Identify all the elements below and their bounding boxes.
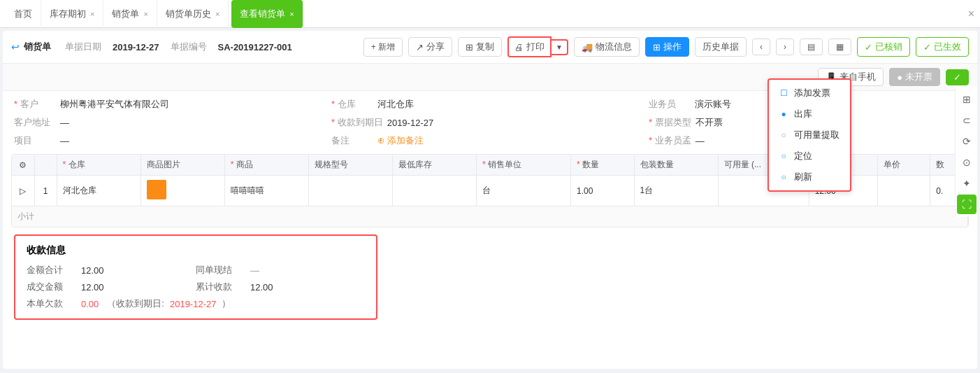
- same-order-value: —: [250, 265, 259, 276]
- grid1-button[interactable]: ▤: [800, 38, 823, 55]
- add-invoice-item[interactable]: ☐ 添加发票: [769, 83, 850, 104]
- new-button[interactable]: + 新增: [363, 38, 403, 57]
- tab-view-sales[interactable]: 查看销货单 ×: [231, 0, 303, 28]
- row-expand: ▷: [12, 176, 34, 206]
- tab-sales[interactable]: 销货单 ×: [103, 0, 157, 28]
- next-button[interactable]: ›: [776, 38, 794, 55]
- quantity-extract-label: 可用量提取: [794, 129, 840, 141]
- operations-icon: ⊞: [653, 42, 661, 52]
- main-content: ↩ 销货单 单据日期 2019-12-27 单据编号 SA-20191227-0…: [3, 31, 977, 369]
- add-invoice-label: 添加发票: [794, 87, 830, 99]
- quantity-extract-item[interactable]: ○ 可用量提取: [769, 125, 850, 146]
- history-button[interactable]: 历史单据: [695, 37, 747, 57]
- history-label: 历史单据: [702, 41, 739, 53]
- share-button[interactable]: ↗ 分享: [408, 37, 452, 57]
- print-button[interactable]: 🖨 打印: [507, 36, 552, 57]
- row-quantity: 1.00: [570, 176, 634, 206]
- col-settings: ⚙: [12, 155, 34, 176]
- share-icon: ↗: [416, 42, 424, 52]
- outbound-item[interactable]: ● 出库: [769, 104, 850, 125]
- doc-type-label: 销货单: [24, 41, 51, 53]
- col-no: [34, 155, 57, 176]
- add-icon: ⊕: [377, 135, 387, 146]
- payment-grid: 金额合计 12.00 同单现结 — 成交金额 12.00 累计收款 12.00 …: [27, 264, 365, 310]
- confirm-button[interactable]: ✓: [946, 69, 969, 85]
- sidebar-person-icon[interactable]: ⊙: [957, 153, 977, 172]
- sidebar-star-icon[interactable]: ✦: [957, 174, 977, 193]
- row-spec: [308, 176, 392, 206]
- locate-label: 定位: [794, 150, 812, 162]
- row-image: [140, 176, 224, 206]
- deal-amount-item: 成交金额 12.00: [27, 281, 196, 293]
- col-unit-price: 单价: [877, 155, 930, 176]
- tab-inventory-label: 库存期初: [50, 8, 86, 20]
- due-date-value: 2019-12-27: [387, 118, 434, 128]
- row-no: 1: [34, 176, 57, 206]
- total-amount-value: 12.00: [81, 265, 104, 276]
- row-product: 嘻嘻嘻嘻: [224, 176, 308, 206]
- prev-button[interactable]: ‹: [752, 38, 770, 55]
- doc-header: ↩ 销货单 单据日期 2019-12-27 单据编号 SA-20191227-0…: [3, 31, 977, 64]
- tab-home[interactable]: 首页: [6, 0, 41, 28]
- doc-type-icon: ↩: [11, 41, 20, 52]
- customer-row: 客户 柳州粤港平安气体有限公司: [14, 98, 331, 111]
- row-pack-qty: 1台: [634, 176, 718, 206]
- col-quantity: 数量: [570, 155, 634, 176]
- tab-view-sales-close[interactable]: ×: [289, 10, 294, 18]
- accumulated-item: 累计收款 12.00: [196, 281, 365, 293]
- staff-label: 业务员: [649, 98, 691, 111]
- deal-amount-label: 成交金额: [27, 281, 75, 293]
- logistics-button[interactable]: 🚚 物流信息: [574, 37, 640, 57]
- col-warehouse: 仓库: [57, 155, 140, 176]
- effective-status: ✓ 已生效: [916, 37, 969, 57]
- col-spec: 规格型号: [308, 155, 392, 176]
- tab-inventory[interactable]: 库存期初 ×: [41, 0, 103, 28]
- payment-title: 收款信息: [27, 244, 365, 257]
- sidebar-sync-icon[interactable]: ⟳: [957, 132, 977, 151]
- effective-label: 已生效: [934, 41, 961, 53]
- refresh-item[interactable]: ○ 刷新: [769, 167, 850, 188]
- not-open-button[interactable]: ● 未开票: [889, 68, 940, 86]
- due-date-note: 2019-12-27: [170, 299, 217, 309]
- note-placeholder: 添加备注: [387, 135, 424, 146]
- date-value: 2019-12-27: [113, 42, 159, 52]
- sidebar-link-icon[interactable]: ⊂: [957, 111, 977, 130]
- number-value: SA-20191227-001: [218, 42, 292, 52]
- tab-view-sales-label: 查看销货单: [240, 8, 285, 20]
- project-label: 项目: [14, 134, 56, 147]
- col-pack-qty: 包装数量: [634, 155, 718, 176]
- tab-sales-history[interactable]: 销货单历史 ×: [157, 0, 229, 28]
- add-note-button[interactable]: ⊕ 添加备注: [377, 134, 424, 147]
- payment-info-box: 收款信息 金额合计 12.00 同单现结 — 成交金额 12.00 累计收款 1…: [14, 234, 377, 320]
- right-sidebar: ⊞ ⊂ ⟳ ⊙ ✦ ⛶: [955, 87, 977, 217]
- operations-dropdown: ☐ 添加发票 ● 出库 ○ 可用量提取 ○ 定位 ○ 刷新: [768, 78, 851, 192]
- print-arrow[interactable]: ▼: [552, 39, 568, 55]
- print-label: 打印: [526, 41, 545, 53]
- sold-label: 已核销: [875, 41, 902, 53]
- col-product: 商品: [224, 155, 308, 176]
- operations-button[interactable]: ⊞ 操作: [645, 37, 689, 57]
- accumulated-label: 累计收款: [196, 281, 245, 293]
- close-window-icon[interactable]: ×: [968, 8, 974, 20]
- tab-inventory-close[interactable]: ×: [90, 10, 94, 18]
- subtotal-row: 小计: [12, 206, 968, 227]
- sidebar-fullscreen-icon[interactable]: ⛶: [957, 195, 977, 214]
- logistics-label: 物流信息: [596, 41, 632, 53]
- total-amount-label: 金额合计: [27, 264, 75, 276]
- tab-sales-close[interactable]: ×: [143, 10, 147, 18]
- locate-item[interactable]: ○ 定位: [769, 146, 850, 167]
- warehouse-label: 仓库: [331, 98, 373, 111]
- grid2-button[interactable]: ▦: [828, 38, 851, 55]
- tab-sales-history-close[interactable]: ×: [215, 10, 219, 18]
- owe-close-bracket: ）: [222, 297, 231, 310]
- note-label: 备注: [331, 134, 373, 147]
- tab-bar: 首页 库存期初 × 销货单 × 销货单历史 × 查看销货单 × ×: [0, 0, 980, 28]
- col-image: 商品图片: [140, 155, 224, 176]
- warehouse-value: 河北仓库: [377, 98, 414, 111]
- current-owe-label: 本单欠款: [27, 297, 75, 310]
- sidebar-copy-icon[interactable]: ⊞: [957, 90, 977, 109]
- refresh-label: 刷新: [794, 171, 812, 183]
- col-min-stock: 最低库存: [392, 155, 476, 176]
- copy-button[interactable]: ⊞ 复制: [458, 37, 502, 57]
- confirm-icon: ✓: [953, 72, 961, 83]
